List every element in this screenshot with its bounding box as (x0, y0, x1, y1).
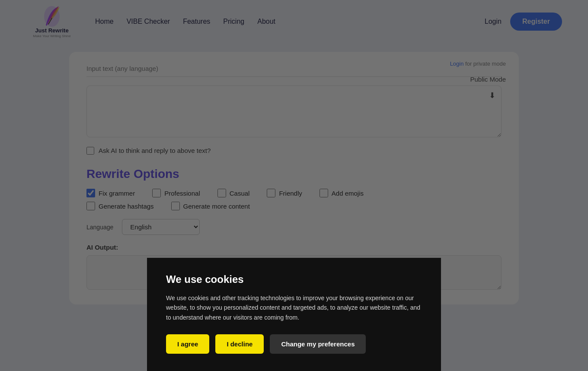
cookie-banner: We use cookies We use cookies and other … (147, 258, 441, 371)
cookie-agree-button[interactable]: I agree (166, 334, 209, 354)
cookie-prefs-button[interactable]: Change my preferences (270, 334, 366, 354)
cookie-text: We use cookies and other tracking techno… (166, 293, 422, 322)
cookie-buttons: I agree I decline Change my preferences (166, 334, 422, 354)
cookie-title: We use cookies (166, 273, 422, 285)
cookie-decline-button[interactable]: I decline (215, 334, 264, 354)
